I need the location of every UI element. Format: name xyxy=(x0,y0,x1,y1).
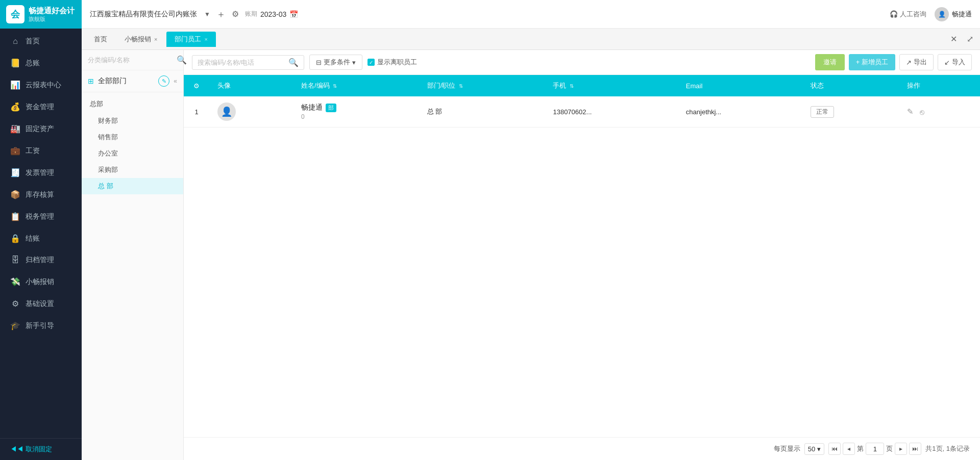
show-resigned-toggle[interactable]: ✓ 显示离职员工 xyxy=(368,58,417,67)
sidebar-item-archive[interactable]: 🗄归档管理 xyxy=(0,249,82,271)
period-value: 2023-03 xyxy=(260,10,286,18)
sidebar-item-label-expense-app: 小畅报销 xyxy=(26,277,54,287)
sidebar-item-home[interactable]: ⌂首页 xyxy=(0,31,82,52)
col-dept[interactable]: 部门/职位 ⇅ xyxy=(419,75,545,96)
app-sub: 旗舰版 xyxy=(29,15,75,23)
dept-search-input[interactable] xyxy=(88,56,174,64)
sidebar-item-tax[interactable]: 📋税务管理 xyxy=(0,206,82,227)
add-employee-button[interactable]: + 新增员工 xyxy=(849,54,895,70)
dept-collapse-icon[interactable]: « xyxy=(174,78,177,85)
sidebar-item-close[interactable]: 🔒结账 xyxy=(0,227,82,249)
employee-email: chanjethkj... xyxy=(686,108,721,116)
pagination: 每页显示 50 ▾ ⏮ ◂ 第 页 ▸ ⏭ 共1页, 1条记录 xyxy=(184,437,980,460)
table-row: 1 👤 畅捷通 部 0 总 部 138070602... chanjethkj.… xyxy=(184,96,980,127)
page-number-input[interactable] xyxy=(866,443,884,455)
sidebar-item-expense-app[interactable]: 💸小畅报销 xyxy=(0,271,82,293)
page-size-value: 50 xyxy=(808,445,815,453)
employee-search-icon[interactable]: 🔍 xyxy=(288,58,299,67)
sidebar-item-label-home: 首页 xyxy=(26,37,40,46)
sidebar-nav: ⌂首页📒总账📊云报表中心💰资金管理🏭固定资产💼工资🧾发票管理📦库存核算📋税务管理… xyxy=(0,29,82,438)
tabs-right-actions: ✕ ⤢ xyxy=(947,33,976,45)
sidebar-item-salary[interactable]: 💼工资 xyxy=(0,140,82,162)
tab-expense-close[interactable]: × xyxy=(154,36,157,42)
sidebar-item-settings[interactable]: ⚙基础设置 xyxy=(0,293,82,315)
next-page-button[interactable]: ▸ xyxy=(895,443,907,455)
dept-node-general[interactable]: 总部 xyxy=(82,95,183,113)
dept-node-finance[interactable]: 财务部 xyxy=(82,113,183,129)
sidebar-item-reports[interactable]: 📊云报表中心 xyxy=(0,74,82,96)
content-area: 🔍 ⊞ 全部部门 ✎ « 总部财务部销售部办公室采购部总 部 🔍 ⊟ xyxy=(82,50,980,460)
all-dept-label[interactable]: 全部部门 xyxy=(98,76,154,86)
tab-bar: 首页 小畅报销 × 部门员工 × ✕ ⤢ xyxy=(82,29,980,50)
sidebar-item-icon-settings: ⚙ xyxy=(10,299,20,309)
invite-button[interactable]: 邀请 xyxy=(815,54,845,70)
sidebar-item-ledger[interactable]: 📒总账 xyxy=(0,52,82,74)
employee-table-container: ⚙ 头像 姓名/编码 ⇅ 部门/职位 ⇅ 手机 ⇅ Email 状态 操作 1 … xyxy=(184,75,980,437)
tab-home[interactable]: 首页 xyxy=(86,32,115,47)
edit-employee-button[interactable]: ✎ xyxy=(907,107,914,116)
dept-node-purchase[interactable]: 采购部 xyxy=(82,162,183,178)
employee-dept: 总 部 xyxy=(427,108,443,115)
sidebar-item-icon-tax: 📋 xyxy=(10,212,20,221)
import-button[interactable]: ↙ 导入 xyxy=(938,54,972,70)
col-avatar: 头像 xyxy=(209,75,293,96)
show-resigned-label: 显示离职员工 xyxy=(377,58,417,67)
calendar-icon[interactable]: 📅 xyxy=(289,10,298,18)
sidebar-item-icon-archive: 🗄 xyxy=(10,255,20,265)
show-resigned-checkbox[interactable]: ✓ xyxy=(368,59,375,66)
sidebar-item-assets[interactable]: 🏭固定资产 xyxy=(0,118,82,140)
col-phone[interactable]: 手机 ⇅ xyxy=(545,75,677,96)
sidebar-item-inventory[interactable]: 📦库存核算 xyxy=(0,184,82,206)
sidebar-item-label-funds: 资金管理 xyxy=(26,103,54,112)
sidebar-item-icon-inventory: 📦 xyxy=(10,190,20,199)
export-button[interactable]: ↗ 导出 xyxy=(899,54,934,70)
sidebar-item-label-settings: 基础设置 xyxy=(26,299,54,309)
sidebar-item-funds[interactable]: 💰资金管理 xyxy=(0,96,82,118)
add-account-button[interactable]: ＋ xyxy=(216,8,226,20)
dept-node-sales[interactable]: 销售部 xyxy=(82,129,183,145)
employee-panel: 🔍 ⊟ 更多条件 ▾ ✓ 显示离职员工 邀请 + 新增员工 ↗ 导出 xyxy=(184,50,980,460)
col-name[interactable]: 姓名/编码 ⇅ xyxy=(293,75,419,96)
row-actions: ✎ ⎋ xyxy=(899,96,980,127)
employee-toolbar: 🔍 ⊟ 更多条件 ▾ ✓ 显示离职员工 邀请 + 新增员工 ↗ 导出 xyxy=(184,50,980,75)
col-action: 操作 xyxy=(899,75,980,96)
employee-table-body: 1 👤 畅捷通 部 0 总 部 138070602... chanjethkj.… xyxy=(184,96,980,127)
row-avatar: 👤 xyxy=(209,96,293,127)
employee-search-input[interactable] xyxy=(198,59,285,66)
dept-edit-button[interactable]: ✎ xyxy=(158,75,169,87)
sidebar-item-label-close: 结账 xyxy=(26,234,40,243)
sidebar-item-label-archive: 归档管理 xyxy=(26,255,54,265)
company-dropdown-icon[interactable]: ▼ xyxy=(204,11,210,18)
row-index: 1 xyxy=(184,96,209,127)
sidebar-pin-toggle[interactable]: ◀◀ 取消固定 xyxy=(0,438,82,460)
avatar: 👤 xyxy=(935,7,949,21)
page-size-select[interactable]: 50 ▾ xyxy=(804,443,824,455)
tab-expense-label: 小畅报销 xyxy=(125,35,151,44)
tab-dept-employee[interactable]: 部门员工 × xyxy=(166,32,215,47)
sidebar-item-guide[interactable]: 🎓新手引导 xyxy=(0,315,82,337)
tab-expand-button[interactable]: ⤢ xyxy=(964,33,976,45)
user-menu[interactable]: 👤 畅捷通 xyxy=(935,7,972,21)
tab-expense[interactable]: 小畅报销 × xyxy=(116,32,165,47)
sidebar-item-icon-funds: 💰 xyxy=(10,102,20,112)
sidebar-item-icon-assets: 🏭 xyxy=(10,124,20,134)
employee-name: 畅捷通 xyxy=(301,103,323,112)
prev-page-button[interactable]: ◂ xyxy=(843,443,855,455)
sidebar-item-icon-reports: 📊 xyxy=(10,80,20,90)
delete-employee-button[interactable]: ⎋ xyxy=(920,108,924,116)
service-button[interactable]: 🎧 人工咨询 xyxy=(890,10,926,19)
company-name: 江西服宝精品有限责任公司内账张 xyxy=(90,10,197,19)
first-page-button[interactable]: ⏮ xyxy=(828,443,841,455)
last-page-button[interactable]: ⏭ xyxy=(909,443,921,455)
dept-node-general-main[interactable]: 总 部 xyxy=(82,178,183,194)
tab-close-all-button[interactable]: ✕ xyxy=(947,33,960,45)
filter-button[interactable]: ⊟ 更多条件 ▾ xyxy=(309,55,362,70)
col-settings[interactable]: ⚙ xyxy=(184,75,209,96)
dept-node-office[interactable]: 办公室 xyxy=(82,145,183,162)
settings-icon[interactable]: ⚙ xyxy=(232,9,239,19)
table-header-row: ⚙ 头像 姓名/编码 ⇅ 部门/职位 ⇅ 手机 ⇅ Email 状态 操作 xyxy=(184,75,980,96)
tab-dept-employee-close[interactable]: × xyxy=(204,36,207,42)
headset-icon: 🎧 xyxy=(890,10,898,18)
sidebar-item-invoice[interactable]: 🧾发票管理 xyxy=(0,162,82,184)
page-label: 页 xyxy=(886,444,893,453)
